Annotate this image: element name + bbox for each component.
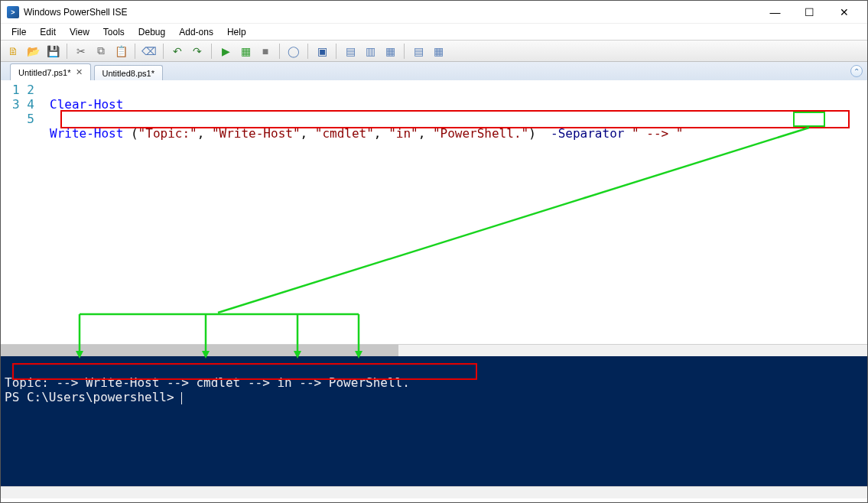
menu-item-addons[interactable]: Add-ons — [173, 25, 219, 39]
line-number-gutter: 1 2 3 4 5 — [1, 80, 48, 344]
run-selection-icon[interactable]: ▦ — [236, 43, 255, 60]
toolbar-separator — [135, 44, 135, 59]
menu-item-edit[interactable]: Edit — [34, 25, 62, 39]
tabbar: Untitled7.ps1*✕Untitled8.ps1*⌃ — [1, 62, 867, 80]
layout2-icon[interactable]: ▥ — [361, 43, 379, 60]
undo-icon[interactable]: ↶ — [168, 43, 187, 60]
redo-icon[interactable]: ↷ — [188, 43, 206, 60]
menu-item-help[interactable]: Help — [221, 25, 252, 39]
layout3-icon[interactable]: ▦ — [381, 43, 399, 60]
toolbar: 🗎📂💾✂⧉📋⌫↶↷▶▦■◯▣▤▥▦▤▦ — [1, 41, 867, 62]
toolbar-separator — [163, 44, 164, 59]
toolbar-separator — [404, 44, 405, 59]
run-icon[interactable]: ▶ — [216, 43, 235, 60]
toolbar-separator — [307, 44, 308, 59]
menu-item-file[interactable]: File — [5, 25, 32, 39]
commands-icon[interactable]: ▤ — [409, 43, 427, 60]
menu-item-debug[interactable]: Debug — [132, 25, 171, 39]
cmdlet-write-host: Write-Host — [50, 126, 123, 141]
addons-icon[interactable]: ▦ — [429, 43, 447, 60]
new-file-icon[interactable]: 🗎 — [4, 43, 22, 60]
editor-tab[interactable]: Untitled7.ps1*✕ — [10, 63, 91, 80]
console-prompt: PS C:\Users\powershell> — [5, 390, 181, 404]
stop-icon[interactable]: ■ — [256, 43, 275, 60]
console-pane[interactable]: Topic: --> Write-Host --> cmdlet --> in … — [1, 356, 867, 486]
open-folder-icon[interactable]: 📂 — [24, 43, 42, 60]
console-cursor — [181, 392, 182, 404]
tab-label: Untitled8.ps1* — [102, 69, 155, 78]
code-line-1: Clear-Host — [50, 97, 123, 112]
toolbar-separator — [67, 44, 67, 59]
tab-label: Untitled7.ps1* — [18, 68, 71, 77]
tab-close-icon[interactable]: ✕ — [76, 67, 83, 77]
window-controls: — ☐ ✕ — [758, 1, 861, 23]
console-horizontal-scrollbar[interactable] — [1, 486, 867, 498]
minimize-button[interactable]: — — [758, 1, 792, 23]
editor-horizontal-scrollbar[interactable] — [1, 344, 867, 356]
titlebar: > Windows PowerShell ISE — ☐ ✕ — [1, 1, 867, 24]
close-button[interactable]: ✕ — [827, 1, 861, 23]
editor-tab[interactable]: Untitled8.ps1* — [94, 65, 164, 80]
layout1-icon[interactable]: ▤ — [341, 43, 359, 60]
scrollbar-thumb[interactable] — [1, 345, 398, 356]
script-editor[interactable]: 1 2 3 4 5 Clear-Host Write-Host ("Topic:… — [1, 80, 867, 344]
toolbar-separator — [211, 44, 212, 59]
parameter-separator: -Separator — [551, 126, 624, 141]
console-output: Topic: --> Write-Host --> cmdlet --> in … — [5, 375, 410, 390]
copy-icon[interactable]: ⧉ — [92, 43, 110, 60]
window-title: Windows PowerShell ISE — [24, 7, 758, 18]
expand-editor-icon[interactable]: ⌃ — [850, 65, 863, 77]
code-area[interactable]: Clear-Host Write-Host ("Topic:", "Write-… — [48, 80, 867, 344]
menubar: FileEditViewToolsDebugAdd-onsHelp — [1, 24, 867, 41]
clear-icon[interactable]: ⌫ — [140, 43, 158, 60]
maximize-button[interactable]: ☐ — [792, 1, 827, 23]
remote-icon[interactable]: ▣ — [313, 43, 331, 60]
menu-item-view[interactable]: View — [63, 25, 96, 39]
toolbar-separator — [336, 44, 336, 59]
app-icon: > — [7, 6, 19, 18]
cut-icon[interactable]: ✂ — [72, 43, 90, 60]
menu-item-tools[interactable]: Tools — [97, 25, 131, 39]
paste-icon[interactable]: 📋 — [112, 43, 130, 60]
toolbar-separator — [279, 44, 280, 59]
save-icon[interactable]: 💾 — [44, 43, 62, 60]
breakpoint-icon[interactable]: ◯ — [284, 43, 303, 60]
